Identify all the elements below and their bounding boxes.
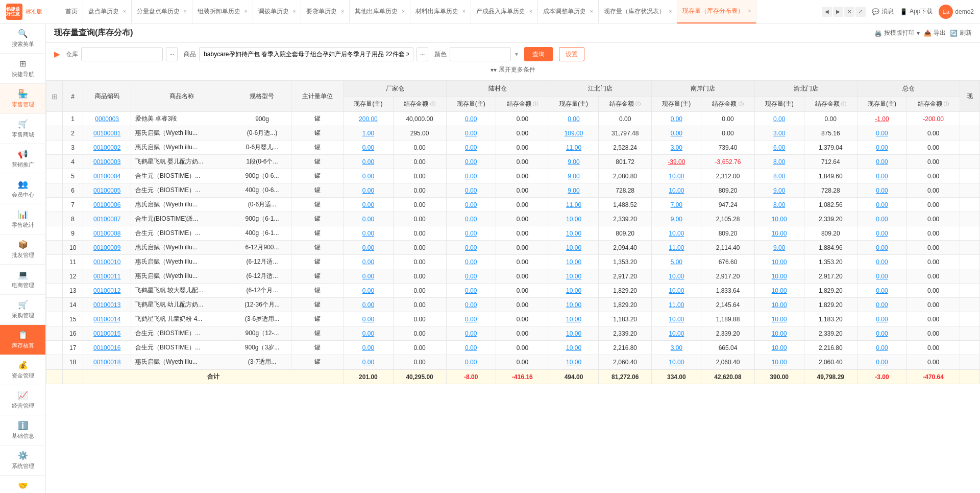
nav-close[interactable]: ✕ [844, 7, 854, 17]
table-row: 400100003飞鹤星飞帆 婴儿配方奶...1段(0-6个...罐0.000.… [46, 155, 980, 169]
c4-info-icon[interactable]: ⓘ [739, 101, 744, 107]
tab-close--------[interactable]: × [590, 9, 593, 14]
sidebar-label: 系统管理 [12, 462, 34, 470]
sidebar-item-----[interactable]: 🛒零售商城 [0, 114, 45, 144]
goods-input[interactable] [199, 47, 413, 61]
c3-info-icon[interactable]: ⓘ [635, 101, 641, 107]
logo: 畅捷通好生意 标准版 [6, 4, 52, 20]
th-c5-qty: 现存量(主) [754, 97, 804, 112]
c1-info-icon[interactable]: ⓘ [430, 101, 435, 107]
th-c2-qty: 现存量(主) [446, 97, 496, 112]
nav-tab--------[interactable]: 成本调整单历史× [538, 0, 599, 24]
nav-tab------[interactable]: 要货单历史× [301, 0, 350, 24]
nav-tab-----------[interactable]: 现存量（库存状况表）× [599, 0, 678, 24]
tab-close--------[interactable]: × [244, 9, 248, 14]
nav-tab---------[interactable]: 产成品入库单历史× [471, 0, 538, 24]
sidebar-icon: 🛒 [18, 119, 28, 129]
goods-label: 商品 [184, 50, 196, 59]
sidebar-item-----[interactable]: 🏪零售管理 [0, 84, 45, 114]
c2-info-icon[interactable]: ⓘ [533, 101, 538, 107]
logo-icon: 畅捷通好生意 [6, 4, 22, 20]
c5-info-icon[interactable]: ⓘ [841, 101, 846, 107]
nav-tab--------[interactable]: 组装拆卸单历史× [192, 0, 253, 24]
column-settings[interactable]: ⊞ [52, 92, 58, 101]
warehouse-input[interactable] [81, 47, 163, 61]
nav-tab---[interactable]: 首页 [60, 0, 83, 24]
sidebar-item-----[interactable]: ℹ️基础信息 [0, 415, 45, 445]
app-download-btn[interactable]: 📱 App下载 [900, 7, 933, 16]
nav-expand[interactable]: ⤢ [855, 7, 866, 17]
tab-close------[interactable]: × [341, 9, 344, 14]
sidebar-item-----[interactable]: 📈经营管理 [0, 385, 45, 415]
tab-close--------[interactable]: × [402, 9, 405, 14]
nav-tab-----------[interactable]: 现存量（库存分布表）× [677, 0, 756, 24]
settings-button[interactable]: 设置 [559, 47, 584, 61]
total-info-icon[interactable]: ⓘ [944, 101, 949, 107]
tab-close--------[interactable]: × [184, 9, 187, 14]
nav-tab------[interactable]: 盘点单历史× [83, 0, 132, 24]
table-row: 1700100016合生元（BIOSTIME）...900g（3岁...罐0.0… [46, 341, 980, 355]
sidebar-item-----[interactable]: 📋库存核算 [0, 325, 45, 355]
sidebar-item-----[interactable]: 💻电商管理 [0, 265, 45, 295]
sidebar-label: 经营管理 [12, 402, 34, 410]
nav-tab------[interactable]: 调拨单历史× [253, 0, 302, 24]
tab-close------[interactable]: × [123, 9, 126, 14]
sidebar-label: 零售管理 [12, 101, 34, 108]
table-row: 1400100013飞鹤星飞帆 幼儿配方奶...(12-36个月...罐0.00… [46, 298, 980, 312]
tab-close--------[interactable]: × [462, 9, 465, 14]
nav-tab--------[interactable]: 材料出库单历史× [410, 0, 471, 24]
th-group-total: 总仓 [857, 81, 960, 97]
filter-area: ▶ 仓库 ··· 商品 ··· 颜色 ▾ 查询 设置 ▾▾ 展开更多条件 [46, 43, 980, 81]
sidebar-item-----[interactable]: ⊞快捷导航 [0, 54, 45, 84]
sidebar: 🔍搜索英单⊞快捷导航🏪零售管理🛒零售商城📢营销推广👥会员中心📊零售统计📦批发管理… [0, 24, 46, 493]
warehouse-ellipsis[interactable]: ··· [166, 47, 178, 61]
user-avatar[interactable]: Ea demo2 [939, 5, 974, 19]
page-header: 现存量查询(库存分布) 🖨️ 按模版打印 ▾ 📤 导出 🔄 刷新 [46, 24, 980, 43]
nav-prev[interactable]: ◀ [822, 7, 832, 17]
sidebar-item-----[interactable]: 💰资金管理 [0, 355, 45, 385]
sidebar-item-----[interactable]: 👥会员中心 [0, 174, 45, 204]
table-row: 1000100009惠氏启赋（Wyeth illu...6-12月900...罐… [46, 241, 980, 255]
print-btn[interactable]: 🖨️ 按模版打印 ▾ [874, 29, 920, 37]
message-btn[interactable]: 💬 消息 [872, 7, 894, 16]
nav-arrows: ◀ ▶ ✕ ⤢ [822, 7, 866, 17]
sidebar-item-----[interactable]: 🔍搜索英单 [0, 24, 45, 54]
sidebar-label: 搜索英单 [12, 40, 34, 48]
tab-close------[interactable]: × [293, 9, 296, 14]
goods-ellipsis[interactable]: ··· [416, 47, 428, 61]
nav-tab--------[interactable]: 其他出库单历史× [350, 0, 410, 24]
color-input[interactable] [450, 47, 511, 61]
query-button[interactable]: 查询 [524, 47, 553, 61]
nav-next[interactable]: ▶ [833, 7, 843, 17]
th-extra: 现 [960, 81, 980, 112]
export-icon: 📤 [924, 30, 932, 37]
avatar: Ea [939, 5, 953, 19]
sidebar-label: 会员中心 [12, 191, 34, 199]
sidebar-icon: 📦 [18, 240, 28, 249]
nav-tab--------[interactable]: 分量盘点单历史× [132, 0, 192, 24]
table-row: 1800100018惠氏启赋（Wyeth illu...(3-7适用...罐0.… [46, 355, 980, 370]
export-btn[interactable]: 📤 导出 [924, 29, 946, 37]
expand-more-btn[interactable]: ▾▾ 展开更多条件 [486, 63, 540, 76]
sidebar-item-----[interactable]: 🤝企业协同 [0, 476, 45, 493]
sidebar-item-----[interactable]: 🛒采购管理 [0, 295, 45, 325]
sidebar-label: 库存核算 [12, 342, 34, 349]
tab-close-----------[interactable]: × [669, 9, 672, 14]
tab-close---------[interactable]: × [529, 9, 532, 14]
sidebar-item-----[interactable]: ⚙️系统管理 [0, 445, 45, 476]
color-dropdown-icon[interactable]: ▾ [515, 51, 518, 58]
sidebar-icon: 🤝 [18, 481, 28, 490]
filter-toggle-arrow[interactable]: ▶ [54, 50, 60, 58]
main-content: 现存量查询(库存分布) 🖨️ 按模版打印 ▾ 📤 导出 🔄 刷新 ▶ 仓库 [46, 24, 980, 493]
top-right: ◀ ▶ ✕ ⤢ 💬 消息 📱 App下载 Ea demo2 [822, 5, 974, 19]
tab-close-----------[interactable]: × [748, 8, 751, 14]
sidebar-item-----[interactable]: 📦批发管理 [0, 234, 45, 265]
sidebar-label: 批发管理 [12, 251, 34, 259]
refresh-btn[interactable]: 🔄 刷新 [950, 29, 972, 37]
print-icon: 🖨️ [874, 30, 882, 37]
sidebar-item-----[interactable]: 📊零售统计 [0, 204, 45, 234]
th-c1-qty: 现存量(主) [344, 97, 393, 112]
sidebar-icon: 📋 [18, 330, 28, 340]
th-spec: 规格型号 [233, 81, 291, 112]
sidebar-item-----[interactable]: 📢营销推广 [0, 144, 45, 174]
